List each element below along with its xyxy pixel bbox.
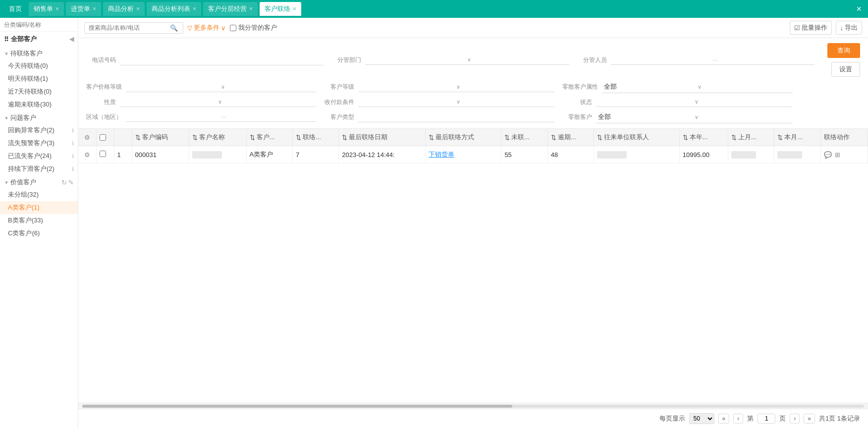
next-page-button[interactable]: › xyxy=(790,414,800,424)
select-all-checkbox[interactable] xyxy=(100,134,106,141)
filter-search-input[interactable] xyxy=(89,24,168,31)
query-button[interactable]: 查询 xyxy=(827,43,860,58)
sidebar-item-today-contact[interactable]: 今天待联络(0) xyxy=(0,59,78,72)
sort-icon-this-year[interactable]: ⇅ xyxy=(683,134,688,141)
scroll-track[interactable] xyxy=(82,405,864,408)
first-page-button[interactable]: « xyxy=(718,414,730,424)
value-customers-section[interactable]: ▼ 价值客户 ↻ ✎ xyxy=(0,175,78,188)
my-customers-checkbox[interactable]: 我分管的客户 xyxy=(230,23,277,32)
last-page-button[interactable]: » xyxy=(804,414,815,424)
tab-customer-tier[interactable]: 客户分层经营 × xyxy=(203,2,258,16)
tab-product-analysis[interactable]: 商品分析 × xyxy=(103,2,145,16)
settings-button[interactable]: 设置 xyxy=(831,62,860,77)
row-gear-icon[interactable]: ⚙ xyxy=(84,151,90,159)
batch-ops-button[interactable]: ☑ 批量操作 xyxy=(790,21,832,35)
nav-home[interactable]: 首页 xyxy=(4,0,27,18)
more-filters-button[interactable]: ▽ 更多条件 ∨ xyxy=(187,23,226,32)
sort-icon-this-month[interactable]: ⇅ xyxy=(777,134,783,141)
filter-retail-select[interactable]: 全部 ∨ xyxy=(596,111,793,123)
filter-icon: ▽ xyxy=(187,24,192,32)
th-contact-label: 联络... xyxy=(303,133,321,142)
sidebar-item-repurchase-abnormal[interactable]: 回购异常客户(2) ℹ xyxy=(0,124,78,137)
refresh-icon[interactable]: ↻ xyxy=(61,179,67,186)
tab-product-analysis-list-close[interactable]: × xyxy=(193,5,196,12)
sidebar-item-churn-warning[interactable]: 流失预警客户(3) ℹ xyxy=(0,137,78,150)
tab-customer-contact[interactable]: 客户联络 × xyxy=(260,2,301,16)
td-name[interactable]: Ea xyxy=(189,146,247,163)
filter-payment-select[interactable]: ∨ xyxy=(358,97,555,107)
row-checkbox[interactable] xyxy=(100,151,106,157)
sidebar-item-declining-label: 持续下滑客户(2) xyxy=(8,164,54,173)
row-this-year: 10995.00 xyxy=(683,151,709,159)
customer-table: ⚙ ⇅ 客户编码 xyxy=(78,129,868,163)
gear-icon[interactable]: ⚙ xyxy=(84,134,90,141)
filter-nature-select[interactable]: ∨ xyxy=(120,97,317,107)
sort-icon-last-month[interactable]: ⇅ xyxy=(731,134,737,141)
tab-sales-close[interactable]: × xyxy=(55,5,59,12)
sidebar-item-c-class[interactable]: C类客户(6) xyxy=(0,227,78,240)
sort-icon-no-contact[interactable]: ⇅ xyxy=(504,134,510,141)
filter-dept-label: 分管部门 xyxy=(331,56,361,64)
tab-customer-tier-close[interactable]: × xyxy=(249,5,253,12)
scroll-thumb[interactable] xyxy=(82,405,512,408)
my-customers-check[interactable] xyxy=(230,25,236,31)
filter-retail-attr-select[interactable]: 全部 ∨ xyxy=(602,81,793,93)
sort-icon-type[interactable]: ⇅ xyxy=(250,134,255,141)
td-last-method: 下销货单 xyxy=(425,146,501,163)
filter-price-tier-select[interactable]: ∨ xyxy=(126,82,317,92)
sort-icon-code[interactable]: ⇅ xyxy=(135,134,141,141)
sidebar-item-tomorrow-contact[interactable]: 明天待联络(1) xyxy=(0,72,78,85)
filter-dept-select[interactable]: ∨ xyxy=(365,55,569,65)
filter-phone-input[interactable] xyxy=(120,55,324,65)
tab-product-analysis-list[interactable]: 商品分析列表 × xyxy=(147,2,201,16)
all-customers-header[interactable]: ⠿ 全部客户 ◀ xyxy=(0,32,78,47)
sort-icon-unit[interactable]: ⇅ xyxy=(597,134,602,141)
filter-retail-attr-label: 零散客户属性 xyxy=(562,83,598,91)
filter-region-select[interactable]: ··· xyxy=(126,112,317,122)
sidebar-search-input[interactable] xyxy=(4,21,78,28)
th-unit-contact: ⇅ 往来单位联系人 xyxy=(594,129,680,146)
filter-person-label: 分管人员 xyxy=(577,56,607,64)
collapse-icon[interactable]: ◀ xyxy=(69,36,74,43)
th-overdue-label: 逾期... xyxy=(558,133,576,142)
tab-sales[interactable]: 销售单 × xyxy=(29,2,64,16)
filter-customer-tier-select[interactable]: ∨ xyxy=(358,82,555,92)
td-code[interactable]: 000031 xyxy=(132,146,189,163)
sort-icon-last-date[interactable]: ⇅ xyxy=(342,134,347,141)
sidebar-item-b-class[interactable]: B类客户(33) xyxy=(0,214,78,227)
chat-icon[interactable]: 💬 xyxy=(824,151,832,159)
filter-person-select[interactable]: ··· xyxy=(611,55,814,65)
sort-icon-overdue[interactable]: ⇅ xyxy=(551,134,556,141)
info-icon-2: ℹ xyxy=(72,140,74,147)
filter-search-box[interactable]: 🔍 xyxy=(84,22,183,34)
edit-icon[interactable]: ✎ xyxy=(68,179,74,186)
sort-icon-contact[interactable]: ⇅ xyxy=(296,134,301,141)
pending-contact-section[interactable]: ▼ 待联络客户 xyxy=(0,47,78,59)
tab-purchase-close[interactable]: × xyxy=(93,5,96,12)
filter-status-select[interactable]: ∨ xyxy=(596,97,793,107)
sidebar-item-ungrouped[interactable]: 未分组(32) xyxy=(0,188,78,201)
chevron-payment-icon: ∨ xyxy=(456,99,552,105)
tab-customer-contact-close[interactable]: × xyxy=(293,5,296,12)
per-page-select[interactable]: 50 100 200 xyxy=(689,413,714,424)
horizontal-scrollbar[interactable] xyxy=(78,403,868,409)
sidebar-item-churned[interactable]: 已流失客户(24) ℹ xyxy=(0,150,78,162)
chevron-dept-icon: ∨ xyxy=(467,56,567,63)
sidebar-item-declining[interactable]: 持续下滑客户(2) ℹ xyxy=(0,162,78,175)
current-page-input[interactable] xyxy=(758,414,775,424)
qr-icon[interactable]: ⊞ xyxy=(835,151,840,159)
sidebar-item-overdue-contact[interactable]: 逾期未联络(30) xyxy=(0,98,78,111)
prev-page-button[interactable]: ‹ xyxy=(733,414,743,424)
tab-purchase[interactable]: 进货单 × xyxy=(66,2,101,16)
filter-customer-type-input[interactable] xyxy=(358,112,555,122)
window-close-button[interactable]: × xyxy=(854,4,864,14)
row-last-method[interactable]: 下销货单 xyxy=(429,151,454,158)
sidebar-item-7day-contact[interactable]: 近7天待联络(0) xyxy=(0,85,78,98)
sidebar-item-a-class[interactable]: A类客户(1) xyxy=(0,201,78,214)
th-checkbox xyxy=(96,129,114,146)
export-button[interactable]: ↓ 导出 xyxy=(836,21,863,35)
sort-icon-last-method[interactable]: ⇅ xyxy=(429,134,434,141)
tab-product-analysis-close[interactable]: × xyxy=(136,5,140,12)
problem-customers-section[interactable]: ▼ 问题客户 xyxy=(0,111,78,124)
sort-icon-name[interactable]: ⇅ xyxy=(192,134,198,141)
